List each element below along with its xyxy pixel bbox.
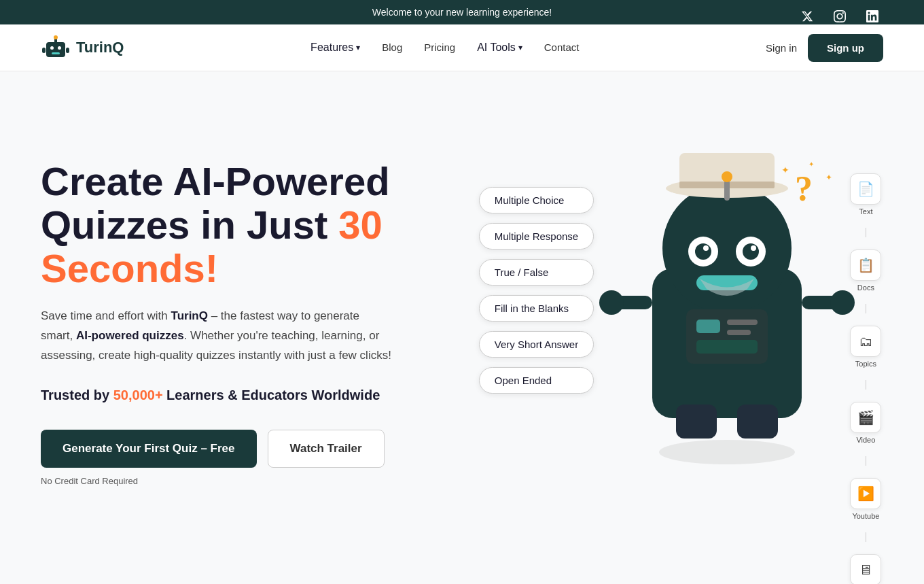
- svg-text:✦: ✦: [825, 173, 832, 182]
- source-connector: [866, 228, 866, 237]
- nav-item-contact[interactable]: Contact: [544, 41, 580, 54]
- quiz-pill-multiple-response: Multiple Response: [479, 223, 594, 250]
- instagram-icon[interactable]: [829, 5, 851, 27]
- nav-item-features[interactable]: Features: [310, 41, 360, 54]
- nav-item-ai-tools[interactable]: AI Tools: [477, 41, 522, 54]
- svg-text:✦: ✦: [781, 165, 789, 175]
- linkedin-icon[interactable]: [861, 5, 883, 27]
- nav-links: Features Blog Pricing AI Tools Contact: [310, 41, 579, 54]
- quiz-pill-short-answer: Very Short Answer: [479, 331, 594, 358]
- hero-title: Create AI-Powered Quizzes in Just 30 Sec…: [41, 160, 479, 290]
- svg-rect-28: [737, 405, 778, 439]
- source-connector-4: [866, 456, 866, 466]
- svg-point-19: [751, 245, 756, 251]
- hero-section: Create AI-Powered Quizzes in Just 30 Sec…: [0, 71, 924, 584]
- source-topics: 🗂 Topics: [850, 326, 881, 368]
- nav-item-blog[interactable]: Blog: [382, 41, 402, 54]
- hero-right: Multiple Choice Multiple Response True /…: [479, 146, 883, 500]
- logo-icon: [41, 33, 71, 63]
- banner-text: Welcome to your new learning experience!: [372, 7, 552, 18]
- source-docs: 📋 Docs: [850, 250, 881, 292]
- svg-point-17: [743, 243, 759, 260]
- source-webpage: 🖥 Web Page: [849, 554, 883, 584]
- hero-left: Create AI-Powered Quizzes in Just 30 Sec…: [41, 160, 479, 485]
- svg-rect-0: [46, 42, 65, 57]
- quiz-pills: Multiple Choice Multiple Response True /…: [479, 187, 594, 394]
- twitter-icon[interactable]: [796, 5, 818, 27]
- source-youtube: ▶️ Youtube: [850, 478, 881, 520]
- quiz-pill-multiple-choice: Multiple Choice: [479, 187, 594, 213]
- watch-trailer-button[interactable]: Watch Trailer: [268, 430, 385, 468]
- social-icons: [796, 5, 883, 27]
- source-connector-5: [866, 532, 866, 542]
- quiz-pill-open-ended: Open Ended: [479, 367, 594, 394]
- svg-rect-27: [676, 405, 717, 439]
- svg-rect-6: [42, 48, 46, 53]
- svg-rect-7: [66, 48, 69, 53]
- source-connector-2: [866, 304, 866, 313]
- nav-actions: Sign in Sign up: [766, 34, 883, 62]
- svg-rect-1: [50, 46, 54, 50]
- signin-button[interactable]: Sign in: [766, 42, 797, 54]
- quiz-pill-true-false: True / False: [479, 259, 594, 286]
- svg-rect-3: [52, 52, 60, 54]
- nav-item-pricing[interactable]: Pricing: [424, 41, 455, 54]
- svg-text:✦: ✦: [808, 160, 814, 168]
- quiz-pill-fill-blanks: Fill in the Blanks: [479, 295, 594, 322]
- svg-rect-30: [696, 320, 720, 333]
- svg-rect-32: [727, 330, 751, 335]
- source-icons: 📄 Text 📋 Docs 🗂 Topics 🎬 Video ▶️ Youtub: [849, 173, 883, 584]
- source-connector-3: [866, 380, 866, 390]
- hero-buttons: Generate Your First Quiz – Free Watch Tr…: [41, 430, 479, 468]
- svg-rect-29: [686, 309, 768, 364]
- navbar: TurinQ Features Blog Pricing AI Tools Co…: [0, 24, 924, 71]
- hero-trusted: Trusted by 50,000+ Learners & Educators …: [41, 385, 479, 405]
- source-video: 🎬 Video: [850, 402, 881, 444]
- svg-point-5: [54, 35, 58, 39]
- robot-illustration: ? ✦ ✦ ✦: [584, 133, 870, 473]
- no-credit-text: No Credit Card Required: [41, 476, 479, 486]
- svg-rect-31: [727, 320, 758, 325]
- hero-description: Save time and effort with TurinQ – the f…: [41, 307, 394, 366]
- svg-point-25: [599, 290, 624, 315]
- svg-point-16: [695, 243, 711, 260]
- svg-rect-2: [58, 46, 61, 50]
- svg-point-22: [722, 171, 732, 182]
- svg-rect-33: [696, 340, 758, 354]
- source-text: 📄 Text: [850, 173, 881, 216]
- generate-quiz-button[interactable]: Generate Your First Quiz – Free: [41, 430, 257, 468]
- top-banner: Welcome to your new learning experience!: [0, 0, 924, 24]
- logo-text: TurinQ: [76, 39, 124, 56]
- svg-point-18: [703, 245, 709, 251]
- logo[interactable]: TurinQ: [41, 33, 124, 63]
- svg-text:?: ?: [795, 169, 813, 208]
- signup-button[interactable]: Sign up: [808, 34, 883, 62]
- svg-rect-21: [724, 180, 730, 201]
- svg-point-8: [659, 440, 795, 464]
